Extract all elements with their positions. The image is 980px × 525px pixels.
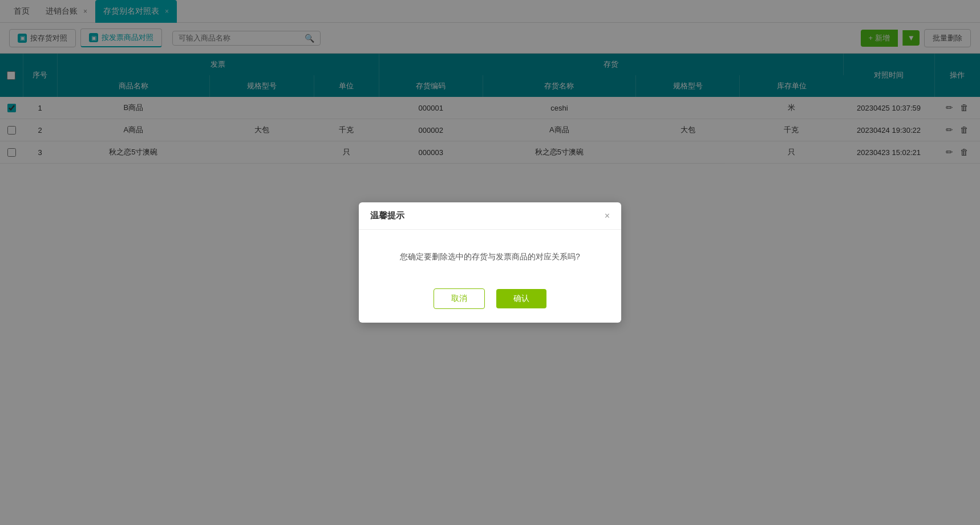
dialog-title: 温馨提示 [370, 210, 404, 221]
cancel-button[interactable]: 取消 [434, 288, 485, 309]
dialog-footer: 取消 确认 [359, 279, 621, 323]
dialog-overlay: 温馨提示 × 您确定要删除选中的存货与发票商品的对应关系吗? 取消 确认 [0, 0, 980, 525]
confirm-button[interactable]: 确认 [496, 289, 546, 308]
dialog-body: 您确定要删除选中的存货与发票商品的对应关系吗? [359, 230, 621, 279]
dialog-header: 温馨提示 × [359, 202, 621, 230]
dialog: 温馨提示 × 您确定要删除选中的存货与发票商品的对应关系吗? 取消 确认 [359, 202, 621, 322]
dialog-close-button[interactable]: × [605, 211, 610, 221]
